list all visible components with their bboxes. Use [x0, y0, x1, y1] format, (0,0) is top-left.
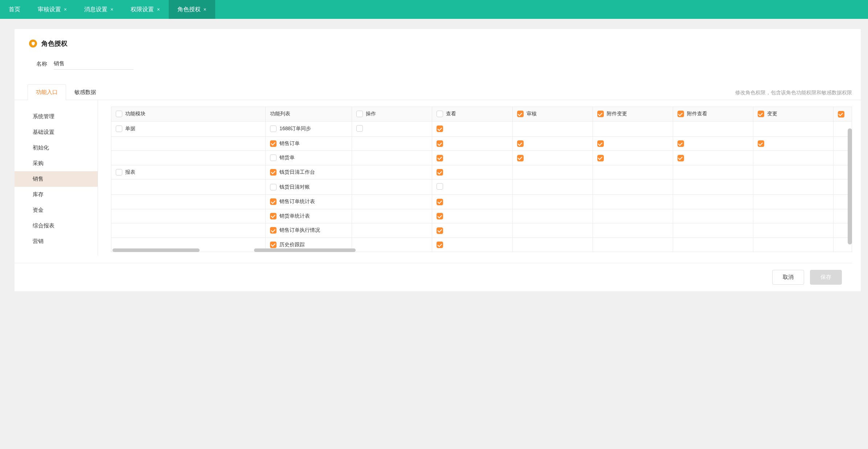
- perm-checkbox[interactable]: [677, 155, 684, 161]
- perm-checkbox[interactable]: [437, 125, 443, 132]
- table-row: 钱货日清对账: [111, 180, 852, 195]
- perm-checkbox[interactable]: [437, 183, 443, 190]
- page-title: 角色授权: [41, 39, 67, 48]
- header-label: 功能列表: [270, 111, 290, 117]
- sidebar-item[interactable]: 初始化: [15, 140, 98, 156]
- perm-checkbox[interactable]: [437, 242, 443, 248]
- perm-checkbox[interactable]: [597, 155, 604, 161]
- function-checkbox[interactable]: [270, 155, 277, 161]
- permission-table-wrap: 功能模块功能列表操作查看审核附件变更附件查看变更 单据1688订单同步销售订单销…: [98, 100, 861, 256]
- sub-tab[interactable]: 敏感数据: [66, 84, 105, 100]
- sidebar-item[interactable]: 库存: [15, 187, 98, 202]
- perm-checkbox[interactable]: [437, 199, 443, 205]
- sub-tab-bar: 功能入口敏感数据: [28, 84, 105, 100]
- table-row: 销货单: [111, 151, 852, 165]
- table-row: 销售订单执行情况: [111, 223, 852, 238]
- header-checkbox-perm[interactable]: [517, 111, 524, 117]
- perm-checkbox[interactable]: [437, 155, 443, 161]
- table-row: 报表钱货日清工作台: [111, 165, 852, 180]
- perm-checkbox[interactable]: [437, 169, 443, 176]
- function-checkbox[interactable]: [270, 213, 277, 219]
- function-label: 销售订单: [279, 140, 300, 147]
- sidebar-item[interactable]: 综合报表: [15, 218, 98, 234]
- header-checkbox-last[interactable]: [838, 111, 844, 118]
- perm-checkbox[interactable]: [758, 140, 764, 147]
- operate-checkbox[interactable]: [356, 125, 363, 132]
- header-label: 功能模块: [125, 111, 146, 117]
- vertical-scrollbar[interactable]: [848, 128, 852, 244]
- main-card: 角色授权 名称 销售 功能入口敏感数据 修改角色权限，包含该角色功能权限和敏感数…: [15, 29, 861, 291]
- module-label: 报表: [125, 169, 135, 176]
- perm-checkbox[interactable]: [517, 140, 524, 147]
- sidebar-item[interactable]: 基础设置: [15, 124, 98, 140]
- header-label: 审核: [527, 111, 537, 117]
- footer-bar: 取消 保存: [15, 263, 852, 291]
- close-icon[interactable]: ×: [157, 7, 160, 12]
- function-label: 钱货日清对账: [279, 184, 310, 190]
- top-tab[interactable]: 首页: [0, 0, 29, 19]
- function-label: 历史价跟踪: [279, 242, 305, 248]
- top-tab[interactable]: 消息设置×: [75, 0, 122, 19]
- sidebar-item[interactable]: 销售: [15, 171, 98, 187]
- function-checkbox[interactable]: [270, 227, 277, 234]
- header-label: 操作: [366, 111, 376, 117]
- perm-checkbox[interactable]: [517, 155, 524, 161]
- function-checkbox[interactable]: [270, 242, 277, 248]
- sidebar-item[interactable]: 营销: [15, 234, 98, 249]
- function-label: 销货单: [279, 155, 295, 161]
- table-row: 销售订单统计表: [111, 195, 852, 209]
- table-row: 单据1688订单同步: [111, 121, 852, 136]
- perm-checkbox[interactable]: [437, 140, 443, 147]
- function-checkbox[interactable]: [270, 198, 277, 205]
- function-checkbox[interactable]: [270, 140, 277, 147]
- function-label: 1688订单同步: [279, 125, 311, 132]
- close-icon[interactable]: ×: [64, 7, 67, 12]
- perm-checkbox[interactable]: [437, 227, 443, 234]
- header-checkbox-operate[interactable]: [356, 111, 363, 117]
- table-row: 销售订单: [111, 136, 852, 151]
- header-checkbox-perm[interactable]: [758, 111, 764, 117]
- top-tab-bar: 首页审核设置×消息设置×权限设置×角色授权×: [0, 0, 868, 19]
- module-checkbox[interactable]: [116, 125, 122, 132]
- sidebar-item[interactable]: 系统管理: [15, 109, 98, 124]
- header-checkbox-perm[interactable]: [597, 111, 604, 117]
- perm-checkbox[interactable]: [597, 140, 604, 147]
- close-icon[interactable]: ×: [204, 7, 206, 12]
- hint-text: 修改角色权限，包含该角色功能权限和敏感数据权限: [735, 90, 852, 100]
- sidebar-item[interactable]: 采购: [15, 156, 98, 171]
- permission-table: 功能模块功能列表操作查看审核附件变更附件查看变更 单据1688订单同步销售订单销…: [111, 107, 852, 252]
- header-label: 变更: [767, 111, 777, 117]
- function-checkbox[interactable]: [270, 169, 277, 176]
- header-label: 附件变更: [607, 111, 627, 117]
- header-checkbox-perm[interactable]: [437, 111, 443, 117]
- function-label: 销售订单执行情况: [279, 227, 320, 234]
- top-tab[interactable]: 审核设置×: [29, 0, 75, 19]
- shield-icon: [29, 40, 37, 48]
- function-label: 销售订单统计表: [279, 198, 315, 205]
- sidebar-item[interactable]: 资金: [15, 202, 98, 218]
- perm-checkbox[interactable]: [677, 140, 684, 147]
- function-label: 钱货日清工作台: [279, 169, 315, 176]
- header-label: 查看: [446, 111, 456, 117]
- header-checkbox-perm[interactable]: [677, 111, 684, 117]
- table-row: 销货单统计表: [111, 209, 852, 223]
- header-checkbox-module[interactable]: [116, 111, 122, 117]
- close-icon[interactable]: ×: [110, 7, 113, 12]
- perm-checkbox[interactable]: [437, 213, 443, 219]
- horizontal-scrollbar[interactable]: [111, 248, 852, 252]
- sub-tab[interactable]: 功能入口: [28, 84, 66, 100]
- category-sidebar: 系统管理基础设置初始化采购销售库存资金综合报表营销: [15, 100, 98, 256]
- top-tab[interactable]: 角色授权×: [169, 0, 215, 19]
- top-tab[interactable]: 权限设置×: [122, 0, 168, 19]
- function-checkbox[interactable]: [270, 184, 277, 190]
- name-label: 名称: [36, 61, 47, 67]
- function-checkbox[interactable]: [270, 125, 277, 132]
- save-button[interactable]: 保存: [810, 270, 842, 285]
- module-label: 单据: [125, 125, 135, 132]
- function-label: 销货单统计表: [279, 213, 310, 219]
- module-checkbox[interactable]: [116, 169, 122, 176]
- header-label: 附件查看: [687, 111, 707, 117]
- cancel-button[interactable]: 取消: [772, 270, 804, 285]
- name-input[interactable]: 销售: [54, 58, 134, 70]
